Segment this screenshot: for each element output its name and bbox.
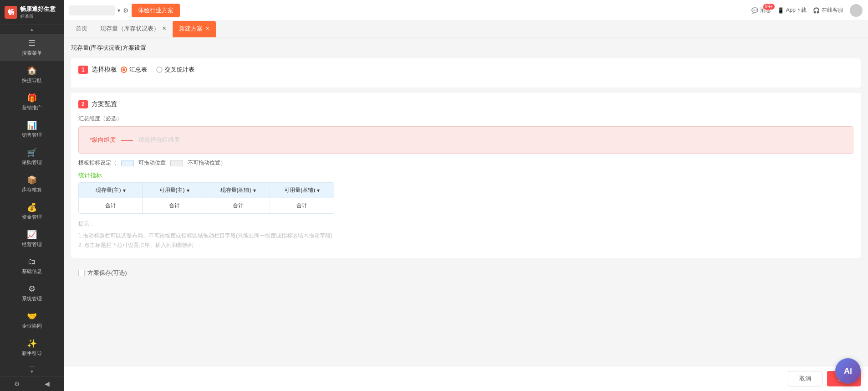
radio-cross-label: 交叉统计表 (165, 66, 194, 74)
dimension-placeholder: 请选择分组维度 (138, 136, 180, 144)
stats-table: 现存量(主) ▾ 可用量(主) ▾ 现存量(基辅) ▾ 可用量(基辅) (78, 182, 334, 214)
header-label-1: 可用量(主) (159, 186, 185, 194)
sidebar-item-inventory[interactable]: 📦 库存核算 (0, 170, 64, 198)
finance-icon: 💰 (27, 202, 37, 212)
sidebar: 畅 畅康通好生意 标准版 ▲ ☰ 搜索菜单 🏠 快捷导航 🎁 营销推广 📊 销售… (0, 0, 64, 391)
cancel-button[interactable]: 取消 (788, 371, 822, 386)
tab-new-plan-label: 新建方案 (179, 25, 203, 33)
action-bar: 取消 查询 (64, 366, 868, 391)
header-dropdown-1[interactable]: ▾ (187, 187, 189, 194)
sidebar-scroll-down[interactable]: ▼ (0, 367, 64, 376)
sales-icon: 📊 (27, 120, 37, 130)
sidebar-item-quick-nav[interactable]: 🏠 快捷导航 (0, 61, 64, 88)
ai-fab-label: Ai (844, 366, 852, 376)
sidebar-menu: ☰ 搜索菜单 🏠 快捷导航 🎁 营销推广 📊 销售管理 🛒 采购管理 📦 库存核… (0, 34, 64, 367)
system-icon: ⚙ (28, 284, 36, 294)
sidebar-item-cooperation[interactable]: 🤝 企业协同 (0, 307, 64, 334)
logo-text: 畅康通好生意 标准版 (20, 5, 56, 19)
sidebar-item-sales[interactable]: 📊 销售管理 (0, 116, 64, 143)
message-item[interactable]: 💬 消息 99+ (751, 6, 771, 14)
page-title: 现存量(库存状况表)方案设置 (71, 44, 861, 52)
radio-cross[interactable]: 交叉统计表 (156, 66, 194, 74)
sidebar-item-system[interactable]: ⚙ 系统管理 (0, 279, 64, 307)
indicator-prefix-label: 模板指标设定（ (78, 159, 117, 167)
vertical-dimension-label: *纵向维度 (90, 136, 116, 144)
header-dropdown-0[interactable]: ▾ (123, 187, 126, 194)
tips-section: 提示： 1.拖动标题栏可以调整布局，不可跨维度或指标区域拖动栏目字段(只能在同一… (78, 219, 853, 251)
top-bar-right: 💬 消息 99+ 📱 App下载 🎧 在线客服 (751, 4, 863, 17)
header-cell-0[interactable]: 现存量(主) ▾ (79, 183, 143, 198)
topbar-gear-icon[interactable]: ⚙ (123, 7, 129, 14)
dimension-area: *纵向维度 —— 请选择分组维度 (78, 126, 853, 154)
marketing-icon: 🎁 (27, 93, 37, 103)
service-icon: 🎧 (813, 7, 820, 14)
header-dropdown-2[interactable]: ▾ (253, 187, 256, 194)
sidebar-footer: ⚙ ◀ (0, 376, 64, 391)
section2-header: 2 方案配置 (78, 100, 853, 108)
tip2: 2. 点击标题栏下拉可设置排序、插入列和删除列 (78, 241, 853, 251)
sidebar-scroll-up[interactable]: ▲ (0, 25, 64, 34)
sidebar-item-basic-info[interactable]: 🗂 基础信息 (0, 252, 64, 279)
tab-new-plan-close[interactable]: ✕ (205, 26, 209, 31)
operations-icon: 📈 (27, 230, 37, 240)
app-download-icon: 📱 (777, 7, 784, 14)
header-cell-1[interactable]: 可用量(主) ▾ (143, 183, 206, 198)
sidebar-item-operations[interactable]: 📈 经营管理 (0, 225, 64, 252)
save-checkbox-text: 方案保存(可选) (87, 269, 127, 277)
settings-footer-button[interactable]: ⚙ (14, 380, 20, 387)
save-checkbox-label[interactable]: 方案保存(可选) (78, 269, 127, 277)
basic-info-icon: 🗂 (28, 257, 36, 267)
tips-title: 提示： (78, 219, 853, 229)
sidebar-item-new-guide[interactable]: ✨ 新手引导 (0, 334, 64, 361)
header-cell-3[interactable]: 可用量(基辅) ▾ (270, 183, 334, 198)
quick-nav-icon: 🏠 (27, 66, 37, 76)
fixed-indicator-box (170, 160, 183, 166)
topbar-dropdown-icon[interactable]: ▾ (117, 7, 120, 14)
top-bar: ▾ ⚙ 体验行业方案 💬 消息 99+ 📱 App下载 🎧 在线客服 (64, 0, 868, 21)
header-dropdown-3[interactable]: ▾ (317, 187, 320, 194)
content-area: 现存量(库存状况表)方案设置 1 选择模板 汇总表 交叉统计表 (64, 37, 868, 366)
section1-title: 选择模板 (92, 66, 117, 74)
data-cell-0-1: 合计 (143, 198, 206, 213)
sidebar-item-search-menu[interactable]: ☰ 搜索菜单 (0, 34, 64, 61)
top-bar-left: ▾ ⚙ 体验行业方案 (69, 4, 748, 17)
app-logo: 畅 畅康通好生意 标准版 (0, 0, 64, 25)
main-area: ▾ ⚙ 体验行业方案 💬 消息 99+ 📱 App下载 🎧 在线客服 首页 (64, 0, 868, 391)
purchase-icon: 🛒 (27, 148, 37, 158)
stats-data-row-0: 合计 合计 合计 合计 (79, 198, 334, 213)
draggable-label: 可拖动位置 (138, 159, 166, 167)
header-label-2: 现存量(基辅) (220, 186, 251, 194)
section-plan-config: 2 方案配置 汇总维度（必选） *纵向维度 —— 请选择分组维度 模板指标设定（ (71, 93, 861, 258)
tab-inventory-close[interactable]: ✕ (162, 26, 166, 31)
sidebar-item-app-center[interactable]: 📱 应用中心 (0, 361, 64, 367)
radio-summary[interactable]: 汇总表 (121, 66, 147, 74)
draggable-indicator-box (121, 160, 134, 166)
template-radio-group: 汇总表 交叉统计表 (121, 66, 194, 74)
sidebar-item-marketing[interactable]: 🎁 营销推广 (0, 88, 64, 116)
trial-button[interactable]: 体验行业方案 (132, 4, 180, 17)
breadcrumb-input[interactable] (69, 5, 115, 15)
app-download-label: App下载 (786, 6, 807, 14)
radio-summary-circle (121, 67, 127, 73)
service-item[interactable]: 🎧 在线客服 (813, 6, 843, 14)
app-download-item[interactable]: 📱 App下载 (777, 6, 807, 14)
stats-header-row: 现存量(主) ▾ 可用量(主) ▾ 现存量(基辅) ▾ 可用量(基辅) (79, 183, 334, 198)
header-cell-2[interactable]: 现存量(基辅) ▾ (206, 183, 270, 198)
save-checkbox[interactable] (78, 270, 85, 276)
tab-home-label: 首页 (76, 25, 87, 33)
tab-new-plan[interactable]: 新建方案 ✕ (173, 21, 216, 37)
sidebar-item-finance[interactable]: 💰 资金管理 (0, 198, 64, 225)
tab-home[interactable]: 首页 (69, 21, 94, 37)
tab-inventory-label: 现存量（库存状况表） (100, 25, 159, 33)
sidebar-item-purchase[interactable]: 🛒 采购管理 (0, 143, 64, 170)
section2-title: 方案配置 (92, 100, 117, 108)
user-avatar[interactable] (850, 4, 863, 17)
data-cell-0-3: 合计 (270, 198, 334, 213)
stats-section-label: 统计指标 (78, 171, 853, 180)
step2-badge: 2 (78, 100, 88, 108)
radio-summary-label: 汇总表 (129, 66, 147, 74)
header-label-3: 可用量(基辅) (284, 186, 315, 194)
collapse-footer-button[interactable]: ◀ (45, 380, 50, 387)
tab-inventory[interactable]: 现存量（库存状况表） ✕ (94, 21, 173, 37)
ai-fab-button[interactable]: Ai (835, 358, 861, 384)
